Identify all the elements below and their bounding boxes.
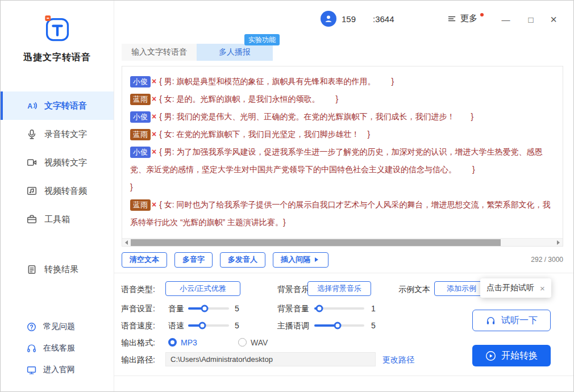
convert-label: 开始转换: [501, 350, 538, 362]
speaker-tag: 蓝雨: [130, 94, 151, 105]
speaker-tag: 小俊: [130, 76, 151, 87]
speed-sub-label: 语速: [168, 321, 184, 331]
sidebar-item-toolbox[interactable]: 工具箱: [1, 205, 114, 233]
sidebar-item-support[interactable]: 在线客服: [1, 340, 114, 356]
sidebar-item-label: 在线客服: [43, 343, 75, 353]
sidebar-item-label: 常见问题: [43, 322, 75, 332]
dialogue-line: }: [130, 178, 555, 196]
speed-value: 5: [235, 321, 239, 330]
bg-volume-slider[interactable]: [314, 307, 364, 310]
tooltip-text: 点击开始试听: [486, 283, 534, 293]
headset-icon: [27, 344, 36, 353]
account-number-suffix: :3644: [373, 14, 394, 24]
dialogue-text: { 男: 我们的党是伟大、光明、正确的党。在党的光辉旗帜下，我们成长，我们进步！…: [159, 112, 473, 121]
toolbox-icon: [27, 214, 37, 224]
slider-thumb[interactable]: [315, 305, 323, 312]
bgm-select-button[interactable]: 选择背景音乐: [307, 281, 371, 296]
sidebar-menu: A 文字转语音 录音转文字 视频转文字 视频转音频: [1, 91, 114, 283]
more-label: 更多: [460, 13, 477, 24]
preview-tooltip: 点击开始试听 ×: [480, 278, 551, 298]
speed-slider[interactable]: [188, 324, 229, 327]
more-menu-button[interactable]: 更多: [447, 13, 484, 24]
play-icon: [485, 351, 496, 361]
dialogue-text: { 男: 为了加强我系学风建设，促进我系学生进一步了解党的历史，加深对党的认识，…: [130, 147, 543, 174]
sidebar-item-label: 视频转音频: [44, 186, 87, 197]
sidebar-item-label: 录音转文字: [44, 129, 87, 140]
dialogue-line: 蓝雨×{ 女: 是的。光辉的旗帜，是我们永恒的颂歌。 }: [130, 90, 555, 108]
website-icon: [27, 365, 36, 375]
remove-speaker-icon[interactable]: ×: [152, 94, 156, 103]
settings-panel: 语音类型: 小云/正式优雅 背景音乐 选择背景音乐 示例文本 添加示例 点击开始…: [114, 273, 573, 376]
radio-wav[interactable]: [238, 338, 247, 347]
remove-speaker-icon[interactable]: ×: [152, 200, 156, 209]
dialogue-text: { 女: 在党的光辉旗帜下，我们目光坚定，我们脚步雄壮！ }: [159, 130, 370, 139]
video-text-icon: [27, 157, 37, 168]
scroll-left-icon[interactable]: [122, 239, 130, 246]
sidebar-item-video-to-audio[interactable]: 视频转音频: [1, 177, 114, 205]
clear-text-button[interactable]: 清空文本: [122, 252, 167, 268]
dialogue-editor[interactable]: 小俊×{ 男: 旗帜是典型和模范的象征，旗帜具有先锋和表率的作用。 } 蓝雨×{…: [122, 66, 563, 247]
speaker-tag: 小俊: [130, 111, 151, 123]
pitch-value: 5: [371, 321, 376, 330]
sidebar-item-video-to-text[interactable]: 视频转文字: [1, 148, 114, 177]
pitch-label: 主播语调: [277, 321, 309, 331]
slider-thumb[interactable]: [334, 322, 342, 330]
slider-thumb[interactable]: [201, 305, 208, 312]
remove-speaker-icon[interactable]: ×: [152, 130, 156, 139]
dialogue-text: { 女: 同时也为了给我系学子提供一个的展示自我口才艺术与个人风采的舞台，增进思…: [130, 200, 551, 227]
remove-speaker-icon[interactable]: ×: [152, 112, 156, 121]
convert-button[interactable]: 开始转换: [472, 345, 551, 366]
polyphonic-button[interactable]: 多音字: [174, 252, 213, 268]
user-avatar[interactable]: [321, 11, 336, 27]
radio-mp3[interactable]: [168, 338, 177, 347]
remove-speaker-icon[interactable]: ×: [152, 147, 156, 156]
speaker-tag: 蓝雨: [130, 129, 151, 140]
sidebar-item-label: 工具箱: [44, 214, 70, 225]
app-window: 迅捷文字转语音 A 文字转语音 录音转文字 视频转文字: [0, 0, 574, 392]
insert-pause-label: 插入间隔: [281, 255, 310, 265]
volume-slider[interactable]: [188, 307, 229, 310]
dialogue-text: }: [130, 182, 133, 191]
sidebar-item-label: 视频转文字: [44, 157, 87, 168]
sidebar-item-website[interactable]: 进入官网: [1, 362, 114, 378]
preview-button[interactable]: 试听一下: [472, 310, 551, 331]
headphones-icon: [485, 315, 496, 326]
sidebar-item-audio-to-text[interactable]: 录音转文字: [1, 120, 114, 148]
sidebar-item-faq[interactable]: 常见问题: [1, 319, 114, 335]
output-path-input[interactable]: [165, 352, 376, 366]
multi-speaker-button[interactable]: 多发音人: [220, 252, 265, 268]
bg-volume-label: 背景音量: [277, 304, 309, 314]
main-panel: 159 :3644 更多 — □ × 输入文字转语音 多人播报 实验功能 小俊×…: [114, 1, 573, 391]
change-path-link[interactable]: 更改路径: [382, 355, 414, 365]
output-format-label: 输出格式:: [121, 338, 155, 348]
dialogue-text: { 男: 旗帜是典型和模范的象征，旗帜具有先锋和表率的作用。 }: [159, 77, 394, 86]
tab-text-input[interactable]: 输入文字转语音: [122, 44, 197, 61]
maximize-button[interactable]: □: [523, 12, 538, 27]
sound-settings-label: 声音设置:: [121, 304, 155, 314]
sidebar-item-text-to-speech[interactable]: A 文字转语音: [1, 91, 114, 120]
sidebar-item-results[interactable]: 转换结果: [1, 255, 114, 283]
titlebar: 159 :3644 更多 — □ ×: [114, 1, 573, 37]
pitch-slider[interactable]: [314, 324, 364, 327]
speech-speed-label: 语音速度:: [121, 321, 155, 331]
horizontal-scrollbar[interactable]: [122, 238, 563, 246]
dialogue-line: 小俊×{ 男: 为了加强我系学风建设，促进我系学生进一步了解党的历史，加深对党的…: [130, 143, 555, 178]
slider-thumb[interactable]: [199, 322, 206, 330]
app-logo-icon: [43, 14, 72, 44]
output-path-label: 输出路径:: [121, 355, 155, 365]
minimize-button[interactable]: —: [498, 12, 513, 27]
tab-multi-speaker[interactable]: 多人播报: [197, 44, 273, 61]
remove-speaker-icon[interactable]: ×: [152, 77, 156, 86]
sidebar-item-label: 转换结果: [44, 264, 78, 275]
scrollbar-thumb[interactable]: [131, 239, 501, 246]
close-button[interactable]: ×: [546, 12, 561, 27]
scroll-right-icon[interactable]: [555, 239, 563, 246]
wav-label[interactable]: WAV: [251, 338, 268, 347]
tooltip-close-icon[interactable]: ×: [540, 283, 545, 293]
user-icon: [323, 14, 334, 24]
dialogue-line: 蓝雨×{ 女: 同时也为了给我系学子提供一个的展示自我口才艺术与个人风采的舞台，…: [130, 196, 555, 231]
mp3-label[interactable]: MP3: [181, 338, 197, 347]
editor-body[interactable]: 小俊×{ 男: 旗帜是典型和模范的象征，旗帜具有先锋和表率的作用。 } 蓝雨×{…: [122, 66, 563, 231]
voice-type-button[interactable]: 小云/正式优雅: [165, 281, 240, 296]
insert-pause-button[interactable]: 插入间隔: [273, 252, 328, 268]
